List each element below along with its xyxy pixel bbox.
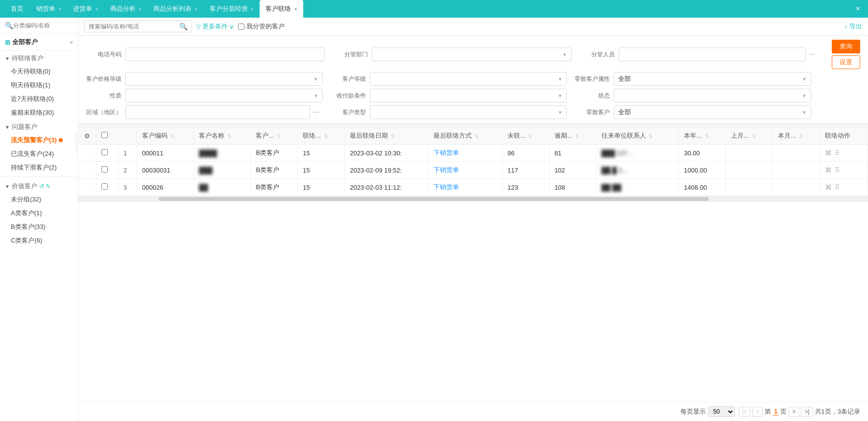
manager-input[interactable]: [619, 48, 806, 61]
table-col-uncontacted[interactable]: 未联... ⇅: [503, 127, 550, 145]
search-icon[interactable]: 🔍: [179, 23, 188, 30]
price-level-select[interactable]: ▼: [125, 72, 323, 86]
scrollbar-thumb[interactable]: [159, 197, 709, 201]
sidebar-item-a-class[interactable]: A类客户(1): [0, 206, 78, 220]
horizontal-scrollbar[interactable]: [78, 196, 868, 202]
nav-tab-home[interactable]: 首页: [4, 0, 30, 18]
table-col-type[interactable]: 客户... ⇅: [251, 127, 298, 145]
row-checkbox[interactable]: [101, 166, 108, 173]
table-col-name[interactable]: 客户名称 ⇅: [194, 127, 251, 145]
row-last-method[interactable]: 下销货单: [428, 162, 502, 179]
table-col-code[interactable]: 客户编码 ⇅: [137, 127, 193, 145]
sort-contact-icon: ⇅: [324, 133, 328, 139]
sidebar-section-pending[interactable]: ▼ 待联络客户: [0, 51, 78, 65]
retail-attr-label: 零散客户属性: [575, 75, 614, 83]
close-all-button[interactable]: ×: [852, 4, 864, 13]
manager-label: 分管人员: [579, 50, 619, 59]
search-input[interactable]: [89, 23, 179, 30]
nav-tab-analysis-list[interactable]: 商品分析列表 ×: [147, 0, 203, 18]
next-page-button[interactable]: >: [789, 407, 799, 417]
close-sales-icon[interactable]: ×: [58, 6, 61, 12]
table-col-last-month[interactable]: 上月... ⇅: [726, 127, 773, 145]
payment-select[interactable]: ▼: [370, 89, 567, 102]
table-col-unit-contact[interactable]: 往来单位联系人 ⇅: [596, 127, 679, 145]
customer-level-select[interactable]: ▼: [370, 72, 567, 86]
table-col-overdue[interactable]: 逾期... ⇅: [549, 127, 596, 145]
link-icon[interactable]: ⌘: [825, 166, 832, 174]
nav-tab-customer-contact[interactable]: 客户联络 ×: [260, 0, 303, 18]
row-last-method[interactable]: 下销货单: [428, 145, 502, 162]
sidebar-section-problem[interactable]: ▼ 问题客户: [0, 120, 78, 133]
nature-select[interactable]: ▼: [125, 89, 323, 102]
export-button[interactable]: ↑ 导出: [844, 22, 863, 31]
edit-value-icon[interactable]: ↺ ✎: [39, 183, 50, 190]
my-customers-checkbox[interactable]: [238, 24, 244, 30]
manager-more-icon[interactable]: ···: [806, 50, 818, 59]
table-col-this-month[interactable]: 本月... ⇅: [773, 127, 820, 145]
sidebar-collapse-icon[interactable]: «: [70, 39, 73, 46]
retail-customer-label: 零散客户: [575, 108, 614, 117]
sidebar-search-input[interactable]: [13, 22, 78, 29]
query-button[interactable]: 查询: [832, 40, 860, 53]
per-page-select[interactable]: 50 100 200: [708, 406, 735, 417]
nav-tab-sales[interactable]: 销货单 ×: [30, 0, 67, 18]
table-col-last-date[interactable]: 最后联络日期 ⇅: [345, 127, 429, 145]
region-input[interactable]: [125, 105, 310, 119]
table-col-last-method[interactable]: 最后联络方式 ⇅: [428, 127, 502, 145]
row-checkbox[interactable]: [101, 149, 108, 155]
customer-type-select[interactable]: ▼: [370, 105, 567, 119]
phone-input[interactable]: [125, 48, 325, 61]
sidebar-item-at-risk[interactable]: 流失预警客户(3): [0, 133, 78, 147]
row-this-month: [773, 162, 820, 179]
close-purchase-icon[interactable]: ×: [95, 6, 98, 12]
status-select[interactable]: ▼: [614, 89, 811, 102]
sidebar-all-customers[interactable]: ⊞ 全部客户 «: [0, 34, 78, 51]
select-all-checkbox[interactable]: [101, 132, 108, 138]
more-conditions-button[interactable]: ▽ 更多条件 ∨: [196, 22, 234, 31]
sidebar-item-declining[interactable]: 持续下滑客户(2): [0, 161, 78, 174]
nav-tab-purchase[interactable]: 进货单 ×: [67, 0, 104, 18]
row-action-cell: ⌘ ⠿: [820, 179, 868, 196]
table-col-this-year[interactable]: 本年... ⇅: [679, 127, 726, 145]
row-this-year: 30.00: [679, 145, 726, 162]
prev-page-button[interactable]: <: [752, 407, 763, 417]
sidebar-item-today[interactable]: 今天待联络(0): [0, 65, 78, 78]
close-analysis-icon[interactable]: ×: [139, 6, 142, 12]
row-checkbox-cell[interactable]: [96, 179, 119, 196]
nav-tab-customer-segment[interactable]: 客户分层经营 ×: [204, 0, 260, 18]
table-col-contact[interactable]: 联络... ⇅: [298, 127, 345, 145]
last-page-button[interactable]: >|: [801, 407, 813, 417]
nav-tab-analysis[interactable]: 商品分析 ×: [104, 0, 147, 18]
sidebar-item-ungrouped[interactable]: 未分组(32): [0, 193, 78, 206]
sidebar-item-week[interactable]: 近7天待联络(0): [0, 92, 78, 106]
close-contact-icon[interactable]: ×: [294, 6, 297, 12]
row-checkbox-cell[interactable]: [96, 162, 119, 179]
retail-customer-select[interactable]: 全部 ▼: [614, 105, 811, 119]
row-checkbox[interactable]: [101, 183, 108, 190]
sidebar-item-tomorrow[interactable]: 明天待联络(1): [0, 78, 78, 92]
nature-arrow-icon: ▼: [313, 93, 318, 99]
row-name: ███: [194, 162, 251, 179]
more-action-icon[interactable]: ⠿: [835, 183, 840, 191]
link-icon[interactable]: ⌘: [825, 149, 832, 157]
row-checkbox-cell[interactable]: [96, 145, 119, 162]
region-more-icon[interactable]: ···: [310, 108, 322, 117]
table-gear-col[interactable]: ⚙: [78, 127, 96, 145]
settings-button[interactable]: 设置: [832, 55, 860, 69]
sidebar-section-value[interactable]: ▼ 价值客户 ↺ ✎: [0, 179, 78, 193]
retail-attr-select[interactable]: 全部 ▼: [614, 72, 811, 86]
row-unit-contact: ██ ██: [596, 179, 679, 196]
dept-select[interactable]: ▼: [372, 48, 571, 61]
sidebar-item-lost[interactable]: 已流失客户(24): [0, 147, 78, 161]
first-page-button[interactable]: |<: [739, 407, 750, 417]
sidebar-item-c-class[interactable]: C类客户(6): [0, 234, 78, 248]
close-segment-icon[interactable]: ×: [251, 6, 254, 12]
close-analysis-list-icon[interactable]: ×: [194, 6, 197, 12]
row-last-method[interactable]: 下销货单: [428, 179, 502, 196]
more-action-icon[interactable]: ⠿: [835, 166, 840, 174]
sidebar-item-b-class[interactable]: B类客户(33): [0, 220, 78, 234]
more-action-icon[interactable]: ⠿: [835, 149, 840, 157]
link-icon[interactable]: ⌘: [825, 183, 832, 191]
table-checkbox-col[interactable]: [96, 127, 119, 145]
sidebar-item-overdue[interactable]: 逾期未联络(30): [0, 106, 78, 120]
